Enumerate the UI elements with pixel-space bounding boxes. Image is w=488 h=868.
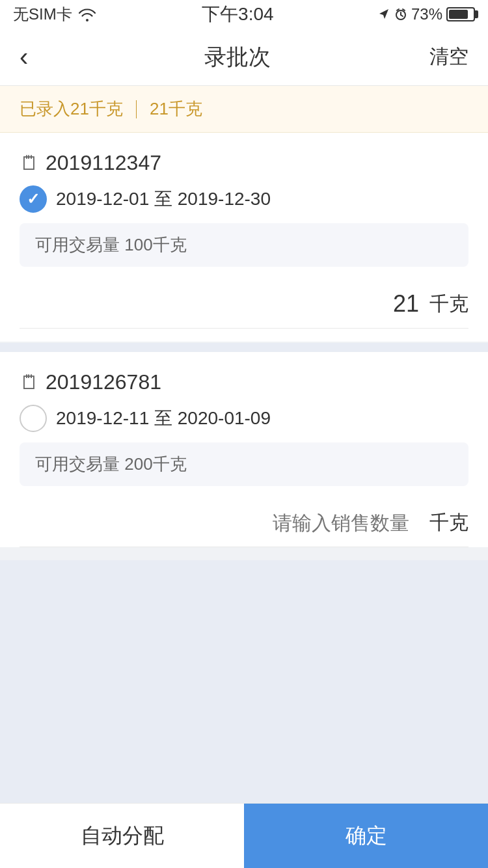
batch2-unit: 千克 [429,509,468,536]
location-icon [379,8,390,20]
wifi-icon [77,7,97,21]
batch1-qty-row: 21 千克 [0,280,488,328]
batch2-id: 2019126781 [46,370,161,394]
batch2-qty-input[interactable] [20,512,419,534]
auto-distribute-button[interactable]: 自动分配 [0,804,244,868]
confirm-button[interactable]: 确定 [244,804,488,868]
carrier-text: 无SIM卡 [13,4,72,25]
empty-area [0,560,488,840]
batch1-qty-value: 21 [393,290,419,318]
batch2-input-divider [20,547,468,547]
status-bar-right: 73% [379,5,475,23]
page-title: 录批次 [204,42,271,72]
batch1-radio[interactable] [20,185,47,213]
batch2-date: 2019-12-11 至 2020-01-09 [56,406,271,431]
batch-item-1: 🗒 2019112347 2019-12-01 至 2019-12-30 可用交… [0,133,488,342]
svg-line-2 [401,15,403,16]
batch2-date-row[interactable]: 2019-12-11 至 2020-01-09 [0,401,488,442]
batch2-available-qty: 可用交易量 200千克 [20,442,468,486]
alarm-icon [394,8,407,21]
battery-icon [446,7,475,21]
batch1-date-row[interactable]: 2019-12-01 至 2019-12-30 [0,182,488,223]
status-bar: 无SIM卡 下午3:04 73% [0,0,488,29]
batch-item-2: 🗒 2019126781 2019-12-11 至 2020-01-09 可用交… [0,352,488,547]
batch1-qty-unit: 千克 [429,291,468,318]
info-divider [136,100,137,118]
recorded-label: 已录入21千克 [20,98,123,120]
batch2-header: 🗒 2019126781 [0,352,488,401]
batch1-available-qty: 可用交易量 100千克 [20,223,468,267]
batch2-icon: 🗒 [20,372,39,394]
bottom-bar: 自动分配 确定 [0,803,488,868]
nav-bar: ‹ 录批次 清空 [0,29,488,86]
batch1-icon: 🗒 [20,152,39,174]
status-bar-time: 下午3:04 [202,2,274,27]
battery-percent: 73% [411,5,442,23]
batch2-radio[interactable] [20,405,47,432]
batch1-id: 2019112347 [46,151,161,175]
clear-button[interactable]: 清空 [416,44,468,70]
info-bar: 已录入21千克 21千克 [0,86,488,133]
recorded-value: 21千克 [150,98,202,120]
back-button[interactable]: ‹ [20,42,59,72]
batch1-header: 🗒 2019112347 [0,133,488,182]
batch1-date: 2019-12-01 至 2019-12-30 [56,187,271,211]
section-separator [0,343,488,352]
status-bar-left: 无SIM卡 [13,4,97,25]
batch2-input-row: 千克 [0,499,488,547]
